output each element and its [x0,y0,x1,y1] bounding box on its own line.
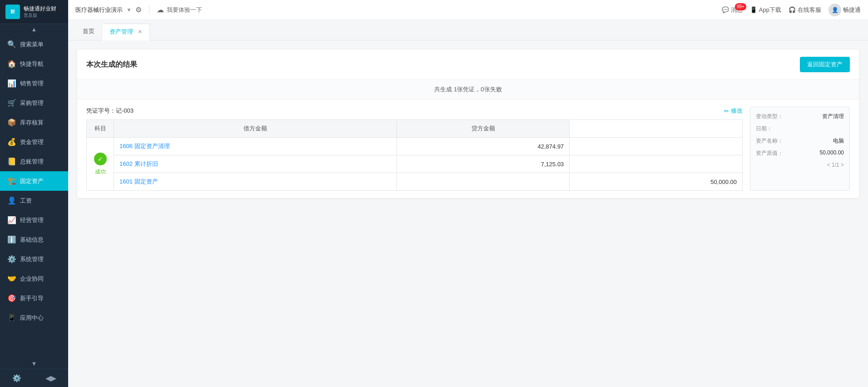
sidebar: 财 畅捷通好业财 普及版 ▲ 🔍 搜索菜单 🏠 快捷导航 📊 销售管理 🛒 采购… [0,0,68,387]
voucher-main: 凭证字号：记-003 ✏ 修改 科目 借方金额 贷方金额 [86,107,743,191]
date-row: 日期： [756,125,844,133]
sidebar-scroll-up[interactable]: ▲ [0,24,68,35]
settings-btn[interactable]: ⚙️ [12,374,21,382]
edit-button[interactable]: ✏ 修改 [724,107,743,115]
sidebar-item-label: 销售管理 [20,79,44,88]
sidebar-item-app-center[interactable]: 📱 应用中心 [0,308,68,327]
book-icon: 📒 [7,157,15,166]
sidebar-item-sales[interactable]: 📊 销售管理 [0,74,68,93]
sidebar-nav: 🔍 搜索菜单 🏠 快捷导航 📊 销售管理 🛒 采购管理 📦 库存核算 💰 资金管… [0,35,68,358]
sidebar-item-label: 搜索菜单 [20,40,44,49]
tabbar: 首页 资产管理 ✕ [68,20,868,40]
side-info-panel: 变动类型： 资产清理 日期： 资产名称： 电脑 资产原值： 50,000.00 [750,107,850,191]
original-value-key: 资产原值： [756,149,783,157]
message-icon: 💬 [722,6,729,13]
date-key: 日期： [756,125,772,133]
user-icon: 👤 [7,196,15,205]
tab-close-icon[interactable]: ✕ [138,29,142,35]
chevron-down-icon[interactable]: ▼ [126,7,132,13]
sidebar-item-payroll[interactable]: 👤 工资 [0,191,68,210]
table-row: ✓ 成功 1606 固定资产清理 42,874.97 [87,138,743,155]
change-type-key: 变动类型： [756,113,783,120]
page-title: 本次生成的结果 [86,60,137,69]
sidebar-item-quick-nav[interactable]: 🏠 快捷导航 [0,54,68,74]
download-icon: 📱 [750,6,757,13]
voucher-number: 凭证字号：记-003 [86,107,134,115]
message-btn[interactable]: 💬 消息 99+ [722,6,743,14]
sidebar-item-label: 采购管理 [20,99,44,107]
voucher-header-row: 凭证字号：记-003 ✏ 修改 [86,107,743,115]
avatar: 👤 [828,4,841,16]
voucher-section: 凭证字号：记-003 ✏ 修改 科目 借方金额 贷方金额 [77,99,859,198]
table-row: 1601 固定资产 50,000.00 [87,173,743,191]
sidebar-item-finance[interactable]: 💰 资金管理 [0,132,68,152]
sidebar-item-operations[interactable]: 📈 经营管理 [0,210,68,230]
money-icon: 💰 [7,138,15,146]
logo-icon: 财 [5,5,20,19]
info-icon: ℹ️ [7,235,15,244]
online-service-btn[interactable]: 🎧 在线客服 [789,6,821,14]
voucher-table: 科目 借方金额 贷方金额 ✓ 成功 [86,119,743,191]
sidebar-item-label: 固定资产 [20,177,44,185]
table-row: 1602 累计折旧 7,125.03 [87,155,743,173]
sidebar-item-label: 经营管理 [20,216,44,224]
sidebar-item-purchase[interactable]: 🛒 采购管理 [0,93,68,113]
demo-btn[interactable]: ☁ 我要体验一下 [157,5,202,14]
box-icon: 📦 [7,118,15,127]
sidebar-item-search[interactable]: 🔍 搜索菜单 [0,35,68,54]
sidebar-footer: ⚙️ ◀▶ [0,369,68,387]
original-value-val: 50,000.00 [820,149,844,157]
divider [149,5,149,15]
sidebar-item-label: 应用中心 [20,314,44,322]
sidebar-item-basic-info[interactable]: ℹ️ 基础信息 [0,230,68,249]
trending-icon: 📈 [7,216,15,224]
debit-cell: 7,125.03 [397,155,570,173]
tab-home[interactable]: 首页 [75,24,102,40]
sidebar-item-label: 工资 [20,197,32,205]
original-value-row: 资产原值： 50,000.00 [756,149,844,157]
target-icon: 🎯 [7,294,15,303]
col-account: 科目 [87,120,114,138]
col-credit: 贷方金额 [397,120,570,138]
page-content: 本次生成的结果 返回固定资产 共生成 1张凭证，0张失败 凭证字号：记-003 … [68,40,868,387]
account-cell: 1602 累计折旧 [114,155,397,173]
account-cell: 1606 固定资产清理 [114,138,397,155]
sidebar-item-guide[interactable]: 🎯 新手引导 [0,288,68,308]
collapse-btn[interactable]: ◀▶ [45,374,56,382]
pagination[interactable]: < 1/1 > [756,162,844,168]
col-debit: 借方金额 [114,120,397,138]
sidebar-scroll-down[interactable]: ▼ [0,358,68,369]
sidebar-item-system[interactable]: ⚙️ 系统管理 [0,249,68,269]
account-cell: 1601 固定资产 [114,173,397,191]
main-content: 医疗器械行业演示 ▼ ⚙ ☁ 我要体验一下 💬 消息 99+ 📱 App下载 🎧… [68,0,868,387]
sidebar-item-label: 企业协同 [20,275,44,283]
sidebar-item-enterprise[interactable]: 🤝 企业协同 [0,269,68,288]
sidebar-item-fixed-assets[interactable]: 🏗️ 固定资产 [0,171,68,191]
settings-icon[interactable]: ⚙ [135,5,142,14]
return-button[interactable]: 返回固定资产 [800,57,850,72]
sidebar-item-label: 快捷导航 [20,60,44,68]
asset-name-row: 资产名称： 电脑 [756,137,844,145]
cloud-icon: ☁ [157,5,164,14]
credit-cell: 50,000.00 [570,173,743,191]
cart-icon: 🛒 [7,99,15,107]
logo-text: 畅捷通好业财 普及版 [24,5,56,19]
tab-asset-management[interactable]: 资产管理 ✕ [102,24,150,40]
headset-icon: 🎧 [789,6,796,13]
sidebar-item-label: 系统管理 [20,255,44,263]
credit-cell [570,138,743,155]
sidebar-item-label: 库存核算 [20,119,44,127]
sidebar-item-ledger[interactable]: 📒 总账管理 [0,152,68,171]
sidebar-logo: 财 畅捷通好业财 普及版 [0,0,68,24]
summary-text: 共生成 1张凭证，0张失败 [77,79,859,99]
building-icon: 🏗️ [7,177,15,185]
user-btn[interactable]: 👤 畅捷通 [828,4,861,16]
table-header-row: 科目 借方金额 贷方金额 [87,120,743,138]
message-badge: 99+ [735,3,746,10]
asset-name-val: 电脑 [833,137,844,145]
sidebar-item-label: 基础信息 [20,236,44,244]
sidebar-item-inventory[interactable]: 📦 库存核算 [0,113,68,132]
gear-icon: ⚙️ [7,255,15,263]
app-icon: 📱 [7,313,15,322]
app-download-btn[interactable]: 📱 App下载 [750,6,781,14]
